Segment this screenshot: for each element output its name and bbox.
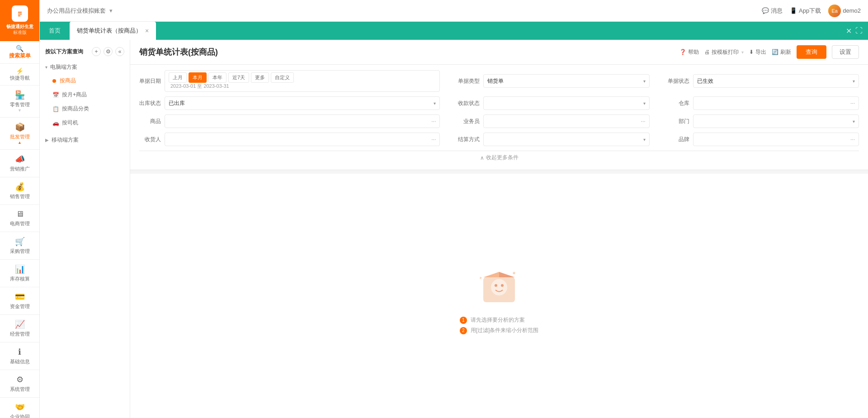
sidebar-item-operations[interactable]: 📈 经营管理 bbox=[0, 315, 39, 342]
user-area[interactable]: Ea demo2 bbox=[828, 5, 861, 17]
empty-tip-1: 1 请先选择要分析的方案 bbox=[460, 316, 539, 324]
date-btn-lastmonth[interactable]: 上月 bbox=[169, 72, 187, 83]
collab-icon: 🤝 bbox=[15, 402, 25, 412]
retail-icon: 🏪 bbox=[15, 90, 25, 100]
topbar-right: 💬 消息 📱 App下载 Ea demo2 bbox=[762, 5, 861, 17]
tab-home-label: 首页 bbox=[49, 27, 61, 35]
sidebar-item-basic-info[interactable]: ℹ 基础信息 bbox=[0, 342, 39, 370]
empty-illustration: ✦ ✦ bbox=[472, 255, 526, 309]
sidebar-item-collab[interactable]: 🤝 企业协同 bbox=[0, 398, 39, 418]
receiver-more[interactable]: ··· bbox=[431, 136, 436, 142]
dept-arrow: ▾ bbox=[853, 119, 855, 124]
doc-status-control[interactable]: 已生效 ▾ bbox=[693, 74, 859, 88]
tabbar-fullscreen-btn[interactable]: ⛶ bbox=[855, 27, 863, 35]
wholesale-icon: 📦 bbox=[15, 122, 25, 132]
purchase-label: 采购管理 bbox=[10, 248, 30, 255]
ecommerce-icon: 🖥 bbox=[16, 209, 24, 219]
scheme-settings-btn[interactable]: ⚙ bbox=[104, 47, 113, 56]
app-download-label: App下载 bbox=[799, 7, 821, 15]
date-btn-more[interactable]: 更多 bbox=[251, 72, 269, 83]
collapse-icon: ∧ bbox=[480, 155, 484, 161]
tabbar-close-all-btn[interactable]: ✕ bbox=[846, 27, 852, 35]
date-btn-7days[interactable]: 近7天 bbox=[228, 72, 249, 83]
date-btn-thisyear[interactable]: 本年 bbox=[208, 72, 226, 83]
goods-control[interactable]: ··· bbox=[165, 114, 440, 128]
export-btn[interactable]: ⬇ 导出 bbox=[749, 48, 766, 56]
brand-control[interactable]: ··· bbox=[693, 133, 859, 146]
date-btn-custom[interactable]: 自定义 bbox=[271, 72, 294, 83]
query-button[interactable]: 查询 bbox=[797, 45, 826, 59]
sales-icon: 💰 bbox=[15, 182, 25, 192]
filter-row-4: 收货人 ··· 结算方式 ▾ bbox=[139, 133, 859, 146]
wholesale-label: 批发管理 bbox=[10, 133, 30, 140]
app-download-btn[interactable]: 📱 App下载 bbox=[790, 7, 821, 15]
sidebar-item-system[interactable]: ⚙ 系统管理 bbox=[0, 370, 39, 398]
scheme-item-by-category[interactable]: 📋 按商品分类 bbox=[40, 102, 130, 116]
tip1-text: 请先选择要分析的方案 bbox=[471, 316, 525, 324]
dept-control[interactable]: ▾ bbox=[693, 114, 859, 128]
results-area: ✦ ✦ 1 请先选择要分析的方案 2 用[过滤]条件来缩小分析范围 bbox=[130, 174, 868, 418]
group-expand-icon: ▾ bbox=[45, 65, 47, 70]
sidebar-item-wholesale[interactable]: 📦 批发管理 ▲ bbox=[0, 118, 39, 150]
topbar-title: 办公用品行业模拟账套 bbox=[47, 7, 106, 15]
doc-type-label: 单据类型 bbox=[458, 77, 480, 85]
refresh-btn[interactable]: 🔄 刷新 bbox=[772, 48, 791, 56]
active-indicator bbox=[52, 79, 56, 83]
sidebar-item-marketing[interactable]: 📣 营销推广 bbox=[0, 150, 39, 177]
sidebar-item-purchase[interactable]: 🛒 采购管理 bbox=[0, 232, 39, 260]
sidebar-item-finance[interactable]: 💳 资金管理 bbox=[0, 287, 39, 315]
payment-control[interactable]: ▾ bbox=[483, 133, 649, 146]
tab-close-btn[interactable]: × bbox=[145, 27, 149, 34]
sidebar-search[interactable]: 🔍 搜索菜单 bbox=[0, 41, 39, 64]
scheme-add-btn[interactable]: + bbox=[92, 47, 101, 56]
scheme-collapse-btn[interactable]: « bbox=[115, 47, 124, 56]
receiver-control[interactable]: ··· bbox=[165, 133, 440, 146]
print-label: 按模板打印 bbox=[712, 48, 739, 56]
scheme-group-desktop-header[interactable]: ▾ 电脑端方案 bbox=[40, 61, 130, 74]
print-btn[interactable]: 🖨 按模板打印 ▾ bbox=[704, 48, 744, 56]
date-range-text: 2023-03-01 至 2023-03-31 bbox=[170, 83, 229, 90]
month-goods-icon: 📅 bbox=[52, 92, 59, 98]
scheme-item-by-month-goods[interactable]: 📅 按月+商品 bbox=[40, 88, 130, 102]
settings-button[interactable]: 设置 bbox=[832, 45, 859, 59]
tab-home[interactable]: 首页 bbox=[40, 22, 70, 40]
print-icon: 🖨 bbox=[704, 49, 710, 55]
staff-more[interactable]: ··· bbox=[641, 118, 646, 124]
filter-dept: 部门 ▾ bbox=[668, 114, 859, 128]
svg-point-2 bbox=[491, 279, 507, 295]
doc-type-control[interactable]: 销货单 ▾ bbox=[483, 74, 649, 88]
warehouse-more[interactable]: ··· bbox=[850, 100, 855, 106]
staff-control[interactable]: ··· bbox=[483, 114, 649, 128]
receipt-status-control[interactable]: ▾ bbox=[483, 96, 649, 110]
stock-status-label: 出库状态 bbox=[139, 100, 161, 107]
brand-more[interactable]: ··· bbox=[850, 136, 855, 142]
collapse-filters-btn[interactable]: ∧ 收起更多条件 bbox=[139, 151, 859, 164]
warehouse-control[interactable]: ··· bbox=[693, 96, 859, 110]
goods-more[interactable]: ··· bbox=[431, 118, 436, 124]
scheme-group-mobile-label: 移动端方案 bbox=[52, 136, 79, 144]
date-btn-thismonth[interactable]: 本月 bbox=[189, 72, 207, 83]
scheme-header: 按以下方案查询 + ⚙ « bbox=[40, 44, 130, 59]
message-btn[interactable]: 💬 消息 bbox=[762, 7, 783, 15]
sidebar-item-sales[interactable]: 💰 销售管理 bbox=[0, 177, 39, 205]
empty-tips: 1 请先选择要分析的方案 2 用[过滤]条件来缩小分析范围 bbox=[460, 316, 539, 337]
stock-status-control[interactable]: 已出库 ▾ bbox=[165, 96, 440, 110]
scheme-item-by-driver[interactable]: 🚗 按司机 bbox=[40, 116, 130, 130]
tab-sales-stat[interactable]: 销货单统计表（按商品） × bbox=[70, 22, 156, 40]
quick-nav-label: 快捷导航 bbox=[10, 75, 30, 81]
sidebar-quick-nav[interactable]: ⚡ 快捷导航 bbox=[0, 64, 39, 86]
print-dropdown-arrow[interactable]: ▾ bbox=[741, 50, 744, 55]
collapse-label: 收起更多条件 bbox=[486, 154, 519, 162]
doc-status-arrow: ▾ bbox=[853, 79, 855, 84]
help-btn[interactable]: ❓ 帮助 bbox=[679, 48, 699, 56]
refresh-label: 刷新 bbox=[780, 48, 791, 56]
sidebar-item-ecommerce[interactable]: 🖥 电商管理 bbox=[0, 205, 39, 232]
svg-point-4 bbox=[501, 284, 504, 287]
scheme-item-by-goods[interactable]: 按商品 bbox=[40, 74, 130, 88]
group-collapse-icon: ▶ bbox=[45, 138, 49, 142]
topbar-dropdown-arrow[interactable]: ▾ bbox=[109, 7, 113, 14]
sidebar-item-retail[interactable]: 🏪 零售管理 ▼ bbox=[0, 86, 39, 118]
scheme-group-mobile-header[interactable]: ▶ 移动端方案 bbox=[40, 133, 130, 147]
basic-info-icon: ℹ bbox=[18, 347, 21, 357]
sidebar-item-inventory[interactable]: 📊 库存核算 bbox=[0, 260, 39, 287]
